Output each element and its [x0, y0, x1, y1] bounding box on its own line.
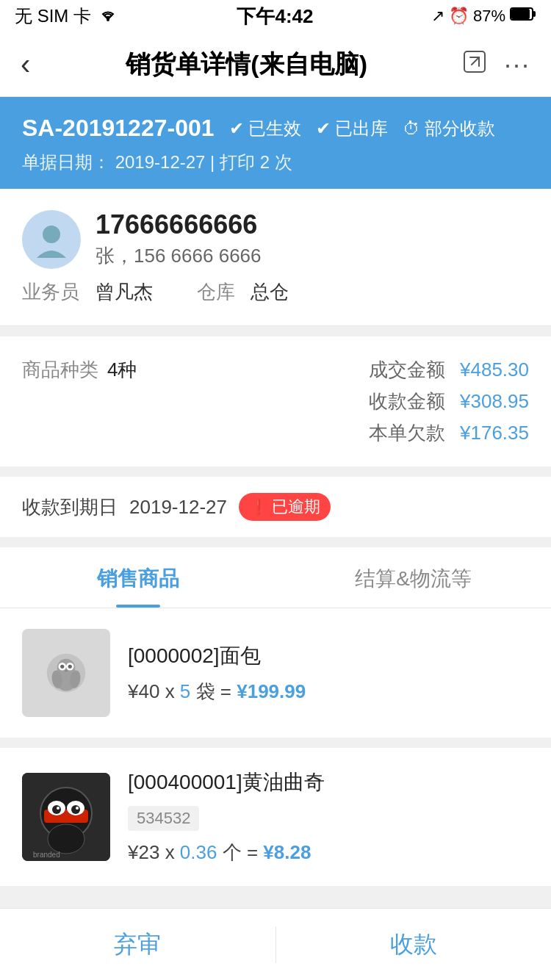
- product-item: branded [000400001]黄油曲奇 534532 ¥23 x 0.3…: [0, 748, 551, 886]
- sales-label: 业务员: [22, 281, 79, 303]
- status-left: 无 SIM 卡: [15, 4, 119, 28]
- page-title: 销货单详情(来自电脑): [126, 48, 367, 82]
- status-bar: 无 SIM 卡 下午4:42 ↗ ⏰ 87%: [0, 0, 551, 32]
- overdue-text: 已逾期: [272, 496, 320, 518]
- cancel-review-button[interactable]: 弃审: [0, 914, 276, 976]
- collect-payment-button[interactable]: 收款: [276, 914, 552, 976]
- due-section: 收款到期日 2019-12-27 ❗ 已逾期: [0, 477, 551, 547]
- svg-text:branded: branded: [33, 851, 60, 859]
- svg-point-25: [48, 824, 84, 854]
- warehouse-value: 总仓: [251, 281, 289, 303]
- svg-point-5: [43, 226, 60, 243]
- svg-point-22: [71, 805, 80, 814]
- product-sku-cookie: 534532: [128, 806, 199, 831]
- deal-label: 成交金额: [369, 357, 445, 383]
- svg-point-0: [107, 18, 109, 21]
- warehouse-label: 仓库: [197, 281, 235, 303]
- location-icon: ↗: [431, 7, 444, 26]
- received-label: 收款金额: [369, 389, 445, 414]
- overdue-badge: ❗ 已逾期: [239, 493, 331, 521]
- back-button[interactable]: ‹: [21, 48, 30, 81]
- category-count: 4种: [107, 357, 137, 383]
- stats-section: 商品种类 4种 成交金额 ¥485.30 收款金额 ¥308.95 本单欠款 ¥…: [0, 326, 551, 477]
- bottom-toolbar: 弃审 收款: [0, 908, 551, 980]
- customer-section: 17666666666 张，156 6666 6666 业务员 曾凡杰 仓库 总…: [0, 189, 551, 326]
- product-qty-bread: 5: [180, 680, 190, 702]
- product-thumbnail-bread: [22, 629, 110, 717]
- order-header: SA-20191227-001 ✔ 已生效 ✔ 已出库 ⏱ 部分收款 单据日期：…: [0, 97, 551, 189]
- status-badge-partial: ⏱ 部分收款: [403, 117, 495, 140]
- product-item: [0000002]面包 ¥40 x 5 袋 = ¥199.99: [0, 608, 551, 738]
- tab-settlement[interactable]: 结算&物流等: [276, 547, 551, 608]
- nav-bar: ‹ 销货单详情(来自电脑) ···: [0, 32, 551, 97]
- check-icon-2: ✔: [316, 118, 331, 139]
- share-icon[interactable]: [463, 50, 486, 79]
- svg-point-12: [68, 665, 72, 669]
- customer-sub-info: 张，156 6666 6666: [96, 243, 262, 269]
- due-date-label: 收款到期日: [22, 494, 118, 520]
- svg-point-24: [76, 807, 79, 810]
- product-price-bread: ¥40 x 5 袋 = ¥199.99: [128, 679, 529, 705]
- product-info-bread: [0000002]面包 ¥40 x 5 袋 = ¥199.99: [128, 642, 529, 705]
- product-total-cookie: ¥8.28: [263, 841, 311, 863]
- product-name-bread: [0000002]面包: [128, 642, 529, 670]
- customer-phone: 17666666666: [96, 209, 262, 240]
- debt-value: ¥176.35: [460, 422, 529, 444]
- nav-actions: ···: [463, 49, 530, 80]
- overdue-icon: ❗: [249, 498, 267, 516]
- order-id: SA-20191227-001: [22, 115, 215, 142]
- status-time: 下午4:42: [237, 4, 313, 29]
- avatar: [22, 210, 81, 269]
- alarm-icon: ⏰: [449, 7, 469, 26]
- clock-icon: ⏱: [403, 118, 420, 139]
- order-meta: 单据日期： 2019-12-27 | 打印 2 次: [22, 151, 529, 174]
- product-thumbnail-cookie: branded: [22, 773, 110, 861]
- product-qty-cookie: 0.36: [180, 841, 217, 863]
- customer-meta: 业务员 曾凡杰 仓库 总仓: [22, 279, 529, 305]
- battery-icon: [510, 7, 536, 26]
- svg-rect-2: [533, 11, 536, 17]
- status-right: ↗ ⏰ 87%: [431, 7, 536, 26]
- svg-point-11: [60, 665, 64, 669]
- svg-rect-3: [511, 9, 530, 19]
- svg-point-23: [57, 807, 60, 810]
- product-name-cookie: [000400001]黄油曲奇: [128, 768, 529, 796]
- svg-point-21: [52, 805, 61, 814]
- tab-sales-products[interactable]: 销售商品: [0, 547, 276, 608]
- more-icon[interactable]: ···: [504, 49, 530, 80]
- product-total-bread: ¥199.99: [237, 680, 306, 702]
- battery-level: 87%: [473, 7, 505, 26]
- received-value: ¥308.95: [460, 390, 529, 413]
- deal-value: ¥485.30: [460, 359, 529, 381]
- check-icon-1: ✔: [229, 118, 244, 139]
- sim-status: 无 SIM 卡: [15, 4, 91, 28]
- category-label: 商品种类: [22, 357, 98, 383]
- status-badge-shipped: ✔ 已出库: [316, 117, 388, 140]
- sales-value: 曾凡杰: [96, 281, 153, 303]
- debt-label: 本单欠款: [369, 420, 445, 446]
- product-info-cookie: [000400001]黄油曲奇 534532 ¥23 x 0.36 个 = ¥8…: [128, 768, 529, 865]
- wifi-icon: [97, 6, 119, 26]
- tabs-bar: 销售商品 结算&物流等: [0, 547, 551, 608]
- product-price-cookie: ¥23 x 0.36 个 = ¥8.28: [128, 840, 529, 865]
- status-badge-effective: ✔ 已生效: [229, 117, 301, 140]
- due-date-value: 2019-12-27: [129, 496, 227, 519]
